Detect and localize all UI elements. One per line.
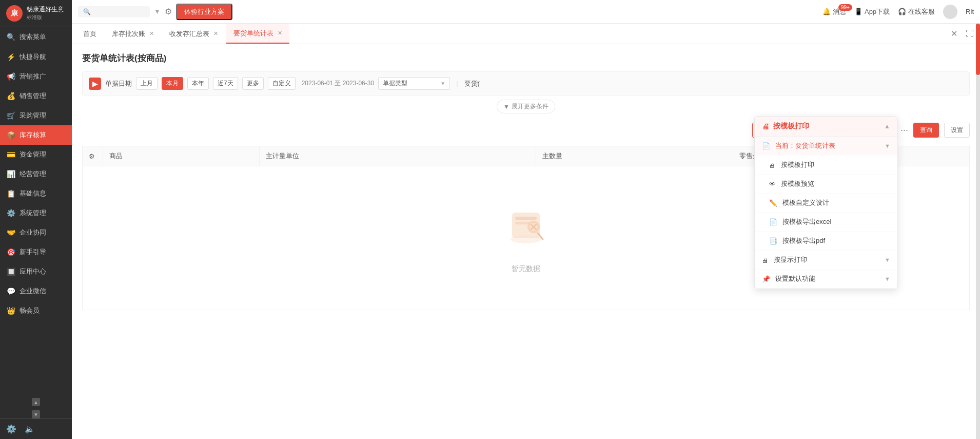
empty-icon xyxy=(503,202,549,258)
trial-button[interactable]: 体验行业方案 xyxy=(176,4,232,20)
template-custom-icon: ✏️ xyxy=(769,199,777,207)
mute-icon[interactable]: 🔈 xyxy=(25,424,35,434)
expand-more-btn[interactable]: ▼ 展开更多条件 xyxy=(497,100,555,113)
tab-batch-close[interactable]: ✕ xyxy=(149,30,154,37)
tab-batch-label: 库存批次账 xyxy=(112,29,145,39)
finance-icon: 💳 xyxy=(6,150,15,159)
sidebar-item-marketing[interactable]: 📢 营销推广 xyxy=(0,67,72,86)
sidebar-item-enterprise[interactable]: 🤝 企业协同 xyxy=(0,223,72,242)
online-service-label: 在线客服 xyxy=(908,7,935,16)
marketing-icon: 📢 xyxy=(6,72,15,81)
sidebar-item-guide[interactable]: 🎯 新手引导 xyxy=(0,242,72,262)
template-pdf-label: 按模板导出pdf xyxy=(782,236,825,245)
app-edition: 标准版 xyxy=(27,14,64,21)
display-print-icon: 🖨 xyxy=(762,256,769,264)
date-range-display: 2023-06-01 至 2023-06-30 xyxy=(302,79,374,88)
content-area: 要货单统计表(按商品) ▶ 单据日期 上月 本月 本年 近7天 更多 自定义 2… xyxy=(72,44,980,439)
more-actions-btn[interactable]: ··· xyxy=(900,125,908,136)
date-btn-last-month[interactable]: 上月 xyxy=(136,77,158,90)
sidebar-item-wechat[interactable]: 💬 企业微信 xyxy=(0,281,72,301)
sidebar-item-purchase[interactable]: 🛒 采购管理 xyxy=(0,106,72,125)
avatar[interactable] xyxy=(943,5,957,19)
topbar-right: 🔔 消息 99+ 📱 App下载 🎧 在线客服 Rit xyxy=(822,5,974,19)
sidebar-item-operations[interactable]: 📊 经营管理 xyxy=(0,164,72,184)
tab-requisition-label: 要货单统计表 xyxy=(233,29,273,38)
extra-filter-label: 要货( xyxy=(464,79,480,88)
default-func-arrow: ▼ xyxy=(885,276,890,282)
headset-icon: 🎧 xyxy=(898,8,906,15)
topbar-search-icon: 🔍 xyxy=(83,8,91,15)
table-col-settings[interactable]: ⚙ xyxy=(83,146,103,166)
dropdown-template-custom[interactable]: ✏️ 模板自定义设计 xyxy=(755,194,897,213)
current-template-icon: 📄 xyxy=(762,142,770,150)
filter-toggle-button[interactable]: ▶ xyxy=(89,78,101,90)
sidebar-nav: ⚡ 快捷导航 📢 营销推广 💰 销售管理 🛒 采购管理 📦 库存核算 💳 资金管… xyxy=(0,47,72,396)
sidebar-item-finance[interactable]: 💳 资金管理 xyxy=(0,145,72,164)
tab-collection-close[interactable]: ✕ xyxy=(213,30,218,37)
table-col-product: 商品 xyxy=(103,146,260,166)
page-card: 要货单统计表(按商品) ▶ 单据日期 上月 本月 本年 近7天 更多 自定义 2… xyxy=(72,44,980,439)
print-dropdown-title-area: 🖨 按模板打印 xyxy=(762,122,809,131)
current-template-arrow: ▼ xyxy=(885,143,890,149)
tab-close-all-icon[interactable]: ✕ xyxy=(949,27,959,41)
date-btn-custom[interactable]: 自定义 xyxy=(268,77,296,90)
dropdown-template-preview[interactable]: 👁 按模板预览 xyxy=(755,175,897,194)
dropdown-template-print[interactable]: 🖨 按模板打印 xyxy=(755,156,897,175)
dropdown-display-print[interactable]: 🖨 按显示打印 ▼ xyxy=(755,251,897,270)
query-button[interactable]: 查询 xyxy=(913,123,939,138)
sidebar-item-sales[interactable]: 💰 销售管理 xyxy=(0,86,72,106)
sidebar-item-basic[interactable]: 📋 基础信息 xyxy=(0,184,72,203)
default-func-icon: 📌 xyxy=(762,275,770,283)
topbar-gear-icon[interactable]: ⚙ xyxy=(165,7,172,16)
tab-collection[interactable]: 收发存汇总表 ✕ xyxy=(162,24,225,44)
date-btn-current-month[interactable]: 本月 xyxy=(162,77,183,90)
sidebar-item-label: 采购管理 xyxy=(19,111,46,120)
scrollbar-right[interactable] xyxy=(976,24,980,439)
topbar: 🔍 ▼ ⚙ 体验行业方案 🔔 消息 99+ 📱 App下载 🎧 在线客服 Rit xyxy=(72,0,980,24)
settings-label: 设置 xyxy=(951,126,963,133)
sidebar-item-inventory[interactable]: 📦 库存核算 xyxy=(0,125,72,145)
online-service-button[interactable]: 🎧 在线客服 xyxy=(898,7,935,16)
date-btn-current-year[interactable]: 本年 xyxy=(187,77,209,90)
dropdown-default-func[interactable]: 📌 设置默认功能 ▼ xyxy=(755,270,897,289)
wechat-icon: 💬 xyxy=(6,287,15,295)
chevron-down-icon: ▼ xyxy=(503,103,509,110)
print-dropdown-menu: 🖨 按模板打印 ▲ 📄 当前：要货单统计表 ▼ 🖨 按模板打印 👁 按模板 xyxy=(754,116,898,289)
template-preview-label: 按模板预览 xyxy=(781,179,814,188)
template-excel-icon: 📄 xyxy=(769,218,777,226)
display-print-left: 🖨 按显示打印 xyxy=(762,255,807,264)
sidebar-item-quick-nav[interactable]: ⚡ 快捷导航 xyxy=(0,47,72,67)
sidebar-search[interactable]: 🔍 搜索菜单 xyxy=(0,27,72,47)
order-type-select[interactable]: 单据类型 ▼ xyxy=(378,77,450,90)
settings-icon[interactable]: ⚙️ xyxy=(6,424,16,434)
sidebar-scroll-up[interactable]: ▲ xyxy=(32,398,40,406)
sidebar-scroll-down[interactable]: ▼ xyxy=(32,410,40,418)
app-download-button[interactable]: 📱 App下载 xyxy=(854,7,890,16)
dropdown-template-excel[interactable]: 📄 按模板导出excel xyxy=(755,213,897,232)
date-btn-more[interactable]: 更多 xyxy=(242,77,264,90)
dropdown-current[interactable]: 📄 当前：要货单统计表 ▼ xyxy=(755,137,897,156)
sidebar-item-system[interactable]: ⚙️ 系统管理 xyxy=(0,203,72,223)
tab-home[interactable]: 首页 xyxy=(76,24,104,44)
print-dropdown-header[interactable]: 🖨 按模板打印 ▲ xyxy=(755,117,897,137)
date-btn-7days[interactable]: 近7天 xyxy=(213,77,238,90)
tab-expand-icon[interactable]: ⛶ xyxy=(964,27,976,41)
topbar-dropdown-arrow[interactable]: ▼ xyxy=(154,8,161,15)
app-download-label: App下载 xyxy=(865,7,890,16)
tabs-bar: 首页 库存批次账 ✕ 收发存汇总表 ✕ 要货单统计表 ✕ ✕ ⛶ xyxy=(72,24,980,44)
purchase-icon: 🛒 xyxy=(6,111,15,120)
sidebar-item-app-center[interactable]: 🔲 应用中心 xyxy=(0,262,72,281)
tab-requisition-close[interactable]: ✕ xyxy=(278,30,282,36)
tab-requisition[interactable]: 要货单统计表 ✕ xyxy=(226,24,289,44)
sidebar-item-member[interactable]: 👑 畅会员 xyxy=(0,301,72,320)
tab-batch[interactable]: 库存批次账 ✕ xyxy=(105,24,161,44)
sidebar-item-label: 基础信息 xyxy=(19,189,46,198)
filter-separator: | xyxy=(456,80,458,87)
topbar-search-box[interactable]: 🔍 xyxy=(78,6,150,17)
template-print-label: 按模板打印 xyxy=(781,160,814,169)
settings-button[interactable]: 设置 xyxy=(944,123,970,138)
page-title: 要货单统计表(按商品) xyxy=(82,52,970,64)
sidebar-item-label: 系统管理 xyxy=(19,208,46,218)
messages-button[interactable]: 🔔 消息 99+ xyxy=(822,7,846,16)
dropdown-template-pdf[interactable]: 📑 按模板导出pdf xyxy=(755,232,897,251)
